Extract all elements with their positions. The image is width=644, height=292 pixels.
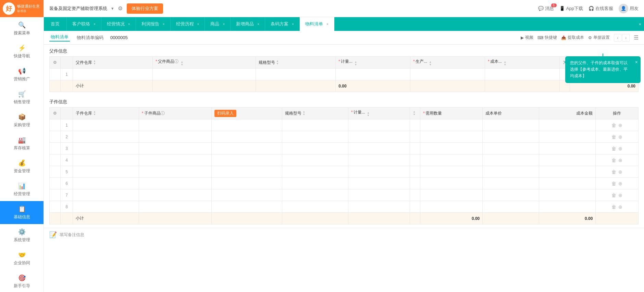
tab-new-products[interactable]: 新增商品 × — [231, 17, 265, 31]
tabs-close-all[interactable]: × — [636, 17, 644, 31]
delete-icon-row-3[interactable]: 🗑 — [611, 146, 616, 151]
online-service-button[interactable]: 🎧 在线客服 — [589, 5, 613, 12]
child-row-1-unit[interactable] — [348, 119, 410, 131]
sidebar-item-operations[interactable]: 📊 经营管理 — [0, 178, 44, 201]
dropdown-icon[interactable]: ▾ — [111, 6, 114, 11]
child-row-5-quantity[interactable] — [420, 166, 483, 178]
child-row-3-spec[interactable] — [282, 143, 348, 154]
parent-row-1-spec[interactable] — [256, 69, 336, 80]
child-product-info-icon[interactable]: ⓘ — [161, 111, 165, 116]
parent-th-settings[interactable]: ⚙ — [50, 57, 61, 69]
child-row-7-unit[interactable] — [348, 189, 410, 201]
scan-input-button[interactable]: 扫码录入 — [214, 110, 236, 117]
copy-icon-row-4[interactable]: ⊕ — [618, 157, 622, 163]
child-row-4-product[interactable] — [139, 154, 212, 166]
copy-icon-row-5[interactable]: ⊕ — [618, 169, 622, 175]
tab-operations-status[interactable]: 经营情况 × — [101, 17, 136, 31]
child-row-1-spec[interactable] — [282, 119, 348, 131]
bottom-hint[interactable]: 📝 填写备注信息 — [44, 228, 644, 241]
delete-icon-row-7[interactable]: 🗑 — [611, 192, 616, 198]
child-row-8-product[interactable] — [139, 201, 212, 213]
copy-icon-row-8[interactable]: ⊕ — [618, 204, 622, 210]
tab-barcode[interactable]: 条码方案 × — [265, 17, 300, 31]
child-row-6-unit-cost[interactable] — [483, 178, 539, 189]
tab-close-new-products[interactable]: × — [257, 22, 259, 26]
tab-profit-report[interactable]: 利润报告 × — [136, 17, 171, 31]
sidebar-item-basic-info[interactable]: 📋 基础信息 — [0, 201, 44, 224]
tab-bom[interactable]: 物料清单 × — [300, 17, 334, 31]
sidebar-item-quick-nav[interactable]: ⚡ 快捷导航 — [0, 40, 44, 63]
video-action[interactable]: ▶ 视频 — [521, 35, 533, 40]
nav-prev[interactable]: ‹ — [614, 34, 621, 42]
child-row-1-quantity[interactable] — [420, 119, 483, 131]
parent-row-1-cost[interactable] — [485, 69, 560, 80]
child-row-4-spec[interactable] — [282, 154, 348, 166]
delete-icon-row-2[interactable]: 🗑 — [611, 134, 616, 140]
messages-button[interactable]: 💬 消息 6 — [538, 5, 554, 12]
child-row-7-quantity[interactable] — [420, 189, 483, 201]
child-row-5-unit[interactable] — [348, 166, 410, 178]
child-row-7-spec[interactable] — [282, 189, 348, 201]
copy-icon-row-6[interactable]: ⊕ — [618, 181, 622, 186]
child-row-4-unit-cost[interactable] — [483, 154, 539, 166]
delete-icon-row-1[interactable]: 🗑 — [611, 122, 616, 128]
tab-close-profit-report[interactable]: × — [163, 22, 165, 26]
child-row-5-spec[interactable] — [282, 166, 348, 178]
child-row-7-unit-cost[interactable] — [483, 189, 539, 201]
tab-operations-history[interactable]: 经营历程 × — [171, 17, 205, 31]
child-row-5-warehouse[interactable] — [73, 166, 139, 178]
child-row-4-quantity[interactable] — [420, 154, 483, 166]
child-row-6-product[interactable] — [139, 178, 212, 189]
copy-icon-row-7[interactable]: ⊕ — [618, 192, 622, 198]
child-row-2-unit[interactable] — [348, 131, 410, 143]
sidebar-item-inventory[interactable]: 🏭 库存核算 — [0, 132, 44, 155]
parent-product-info-icon[interactable]: ⓘ — [174, 59, 178, 64]
child-row-3-unit[interactable] — [348, 143, 410, 154]
sidebar-item-system[interactable]: ⚙️ 系统管理 — [0, 224, 44, 247]
child-row-1-warehouse[interactable] — [73, 119, 139, 131]
delete-icon-row-6[interactable]: 🗑 — [611, 181, 616, 186]
child-row-1-product[interactable] — [139, 119, 212, 131]
child-row-4-warehouse[interactable] — [73, 154, 139, 166]
child-row-2-warehouse[interactable] — [73, 131, 139, 143]
child-row-6-warehouse[interactable] — [73, 178, 139, 189]
sidebar-item-finance[interactable]: 💰 资金管理 — [0, 155, 44, 178]
child-row-2-quantity[interactable] — [420, 131, 483, 143]
sidebar-item-marketing[interactable]: 📢 营销推广 — [0, 63, 44, 86]
sub-tab-bom-code-label[interactable]: 物料清单编码 — [75, 35, 105, 41]
tab-close-customer[interactable]: × — [94, 22, 96, 26]
tab-customer[interactable]: 客户联络 × — [67, 17, 101, 31]
child-row-8-spec[interactable] — [282, 201, 348, 213]
child-row-5-product[interactable] — [139, 166, 212, 178]
delete-icon-row-4[interactable]: 🗑 — [611, 157, 616, 163]
tooltip-close-button[interactable]: × — [635, 58, 638, 66]
copy-icon-row-2[interactable]: ⊕ — [618, 134, 622, 140]
nav-next[interactable]: › — [622, 34, 630, 42]
child-row-3-warehouse[interactable] — [73, 143, 139, 154]
child-row-6-quantity[interactable] — [420, 178, 483, 189]
child-row-6-spec[interactable] — [282, 178, 348, 189]
child-row-5-unit-cost[interactable] — [483, 166, 539, 178]
child-row-2-spec[interactable] — [282, 131, 348, 143]
copy-icon-row-1[interactable]: ⊕ — [618, 122, 622, 128]
delete-icon-row-8[interactable]: 🗑 — [611, 204, 616, 210]
child-row-8-unit[interactable] — [348, 201, 410, 213]
child-th-settings[interactable]: ⚙ — [50, 107, 61, 119]
child-row-3-product[interactable] — [139, 143, 212, 154]
child-row-3-quantity[interactable] — [420, 143, 483, 154]
sidebar-item-enterprise[interactable]: 🤝 企业协同 — [0, 247, 44, 270]
copy-icon-row-3[interactable]: ⊕ — [618, 146, 622, 151]
user-avatar[interactable]: 👤 用友 — [619, 4, 639, 13]
extract-cost-action[interactable]: 📤 提取成本 — [561, 35, 584, 40]
child-row-8-quantity[interactable] — [420, 201, 483, 213]
shortcut-action[interactable]: ⌨ 快捷键 — [537, 35, 557, 40]
child-row-2-product[interactable] — [139, 131, 212, 143]
settings-icon[interactable]: ⚙ — [118, 5, 123, 12]
single-settings-action[interactable]: ⚙ 单据设置 — [588, 35, 610, 40]
parent-row-1-product[interactable] — [153, 69, 256, 80]
child-row-8-unit-cost[interactable] — [483, 201, 539, 213]
child-row-3-unit-cost[interactable] — [483, 143, 539, 154]
sidebar-item-sales[interactable]: 🛒 销售管理 — [0, 86, 44, 109]
sub-tab-bom-list[interactable]: 物料清单 — [49, 34, 70, 42]
sidebar-item-search[interactable]: 🔍 搜索菜单 — [0, 17, 44, 40]
